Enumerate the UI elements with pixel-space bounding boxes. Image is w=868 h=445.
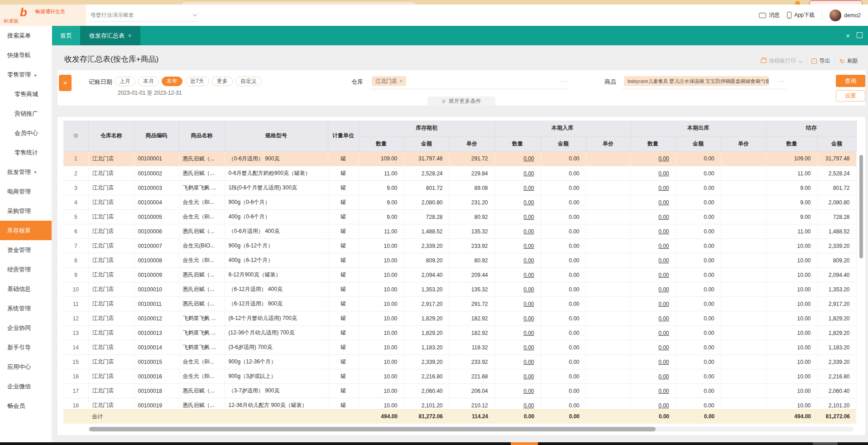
warehouse-input[interactable]: 江北门店× ··· [370, 74, 568, 89]
sidebar-item[interactable]: 采购管理 [0, 201, 52, 221]
sidebar-item[interactable]: 快捷导航 [0, 45, 52, 65]
table-row[interactable]: 14江北门店00100014飞鹤星飞帆 ...(3-6岁适用) 700克罐10.… [63, 340, 856, 355]
date-pill[interactable]: 本年 [162, 77, 182, 86]
cell-in-qty[interactable]: 0.00 [494, 181, 541, 195]
sidebar-item[interactable]: 营销推广 [0, 104, 52, 123]
sidebar-item[interactable]: 畅会员 [0, 396, 52, 416]
cell-out-qty[interactable]: 0.00 [630, 166, 676, 181]
sidebar-item[interactable]: 零售商城 [0, 84, 52, 104]
cell-in-qty[interactable]: 0.00 [494, 195, 541, 210]
table-row[interactable]: 13江北门店00100013飞鹤星飞帆 ...(12-36个月幼儿适用) 700… [63, 326, 856, 340]
sidebar-item[interactable]: 系统管理 [0, 299, 52, 318]
table-row[interactable]: 18江北门店00100019惠氏启赋（...12-36月幼儿配方 900克（罐装… [63, 398, 856, 409]
cell-out-qty[interactable]: 0.00 [630, 181, 676, 195]
cell-in-qty[interactable]: 0.00 [494, 297, 541, 311]
cell-in-qty[interactable]: 0.00 [494, 210, 541, 224]
date-pill[interactable]: 更多 [212, 77, 233, 86]
cell-in-qty[interactable]: 0.00 [494, 253, 541, 268]
sidebar-item[interactable]: 搜索菜单 [0, 26, 52, 45]
print-by-template-button[interactable]: 按模板打印 [761, 57, 802, 65]
table-row[interactable]: 9江北门店00100009惠氏启赋（...6-12月900克（罐装）罐10.00… [63, 268, 856, 282]
cell-out-qty[interactable]: 0.00 [630, 384, 676, 398]
fullscreen-icon[interactable] [857, 32, 863, 38]
vertical-scrollbar-thumb[interactable] [859, 155, 863, 258]
cell-in-qty[interactable]: 0.00 [494, 369, 541, 384]
table-row[interactable]: 11江北门店00100011惠氏启赋（...（6-12月适用） 900克罐10.… [63, 297, 856, 311]
cell-out-qty[interactable]: 0.00 [630, 311, 676, 326]
product-tag[interactable]: babycare儿童餐具 婴儿注水保温碗 宝宝防摔碗吸盘碗辅食碗勺套装 雀湖绿 … [624, 76, 769, 86]
table-row[interactable]: 3江北门店00100003飞鹤星飞帆 ...1段(0-6个月婴儿适用) 300克… [63, 181, 856, 195]
cell-in-qty[interactable]: 0.00 [494, 384, 541, 398]
cell-out-qty[interactable]: 0.00 [630, 369, 676, 384]
app-download-button[interactable]: App下载 [787, 11, 815, 19]
cell-in-qty[interactable]: 0.00 [494, 152, 541, 166]
refresh-button[interactable]: ↻ 刷新 [839, 57, 858, 65]
tab-home[interactable]: 首页 [52, 26, 80, 45]
more-options-icon[interactable]: ··· [560, 77, 567, 84]
sidebar-item[interactable]: 库存核算 [0, 221, 52, 240]
table-row[interactable]: 6江北门店00100006惠氏启赋（...（0-6月适用） 400克罐11.00… [63, 224, 856, 239]
horizontal-scrollbar-thumb[interactable] [89, 427, 656, 431]
cell-out-qty[interactable]: 0.00 [630, 340, 676, 355]
cell-in-qty[interactable]: 0.00 [494, 239, 541, 253]
date-pill[interactable]: 本月 [138, 77, 159, 86]
date-pill[interactable]: 上月 [115, 77, 135, 86]
sidebar-item[interactable]: 新手引导 [0, 338, 52, 357]
sidebar-item[interactable]: 批发管理▼ [0, 162, 52, 182]
sidebar-item[interactable]: 电商管理 [0, 182, 52, 201]
cell-in-qty[interactable]: 0.00 [494, 282, 541, 297]
table-row[interactable]: 16江北门店00100016合生元（BI...900g（3岁或以上）罐10.00… [63, 369, 856, 384]
cell-in-qty[interactable]: 0.00 [494, 340, 541, 355]
cell-out-qty[interactable]: 0.00 [630, 210, 676, 224]
close-page-icon[interactable]: × [846, 26, 850, 45]
sidebar-item[interactable]: 企业微信 [0, 377, 52, 396]
expand-more-filters[interactable]: 展开更多条件 [427, 97, 495, 106]
cell-in-qty[interactable]: 0.00 [494, 224, 541, 239]
cell-out-qty[interactable]: 0.00 [630, 326, 676, 340]
cell-out-qty[interactable]: 0.00 [630, 253, 676, 268]
product-input[interactable]: babycare儿童餐具 婴儿注水保温碗 宝宝防摔碗吸盘碗辅食碗勺套装 雀湖绿 … [622, 74, 786, 89]
cell-out-qty[interactable]: 0.00 [630, 224, 676, 239]
export-button[interactable]: ↑ 导出 [811, 57, 830, 65]
sidebar-item[interactable]: 经营管理 [0, 260, 52, 279]
sidebar-item[interactable]: 零售管理▲ [0, 65, 52, 84]
more-options-icon[interactable]: ··· [778, 77, 785, 84]
table-row[interactable]: 7江北门店00100007合生元(BIO...900g（6-12个月）罐10.0… [63, 239, 856, 253]
sidebar-item[interactable]: 基础信息 [0, 279, 52, 299]
table-row[interactable]: 17江北门店00100018惠氏启赋（...（3-7岁适用） 900克罐10.0… [63, 384, 856, 398]
table-row[interactable]: 4江北门店00100004合生元（BI...900g（0-6个月）罐9.002,… [63, 195, 856, 210]
cell-in-qty[interactable]: 0.00 [494, 166, 541, 181]
remove-tag-icon[interactable]: × [399, 78, 403, 84]
cell-out-qty[interactable]: 0.00 [630, 297, 676, 311]
table-row[interactable]: 8江北门店00100008合生元（BI...400g（6-12个月）罐10.00… [63, 253, 856, 268]
sidebar-item[interactable]: 会员中心 [0, 123, 52, 143]
cell-out-qty[interactable]: 0.00 [630, 355, 676, 369]
user-menu[interactable]: demo2 [830, 10, 861, 21]
cell-in-qty[interactable]: 0.00 [494, 326, 541, 340]
table-row[interactable]: 1江北门店00100001惠氏启赋（...（0-6月适用） 900克罐109.0… [63, 152, 856, 166]
settings-button[interactable]: 设置 [836, 90, 865, 102]
table-row[interactable]: 15江北门店00100015合生元（BI...900g（12-36个月）罐10.… [63, 355, 856, 369]
cell-in-qty[interactable]: 0.00 [494, 268, 541, 282]
cell-in-qty[interactable]: 0.00 [494, 311, 541, 326]
sidebar-item[interactable]: 零售统计 [0, 143, 52, 162]
table-row[interactable]: 12江北门店00100012飞鹤星飞帆 ...(6-12个月婴幼儿适用) 700… [63, 311, 856, 326]
date-pill[interactable]: 近7天 [185, 77, 209, 86]
warehouse-tag[interactable]: 江北门店× [372, 76, 406, 86]
sidebar-item[interactable]: 应用中心 [0, 357, 52, 377]
cell-out-qty[interactable]: 0.00 [630, 282, 676, 297]
cell-in-qty[interactable]: 0.00 [494, 398, 541, 409]
collapse-filters-button[interactable]: » [59, 75, 72, 91]
tab-close-icon[interactable]: × [128, 33, 131, 39]
cell-out-qty[interactable]: 0.00 [630, 239, 676, 253]
tab-current-report[interactable]: 收发存汇总表× [80, 26, 140, 45]
date-pill[interactable]: 自定义 [235, 77, 262, 86]
chevron-down-icon[interactable] [799, 59, 802, 63]
cell-in-qty[interactable]: 0.00 [494, 355, 541, 369]
cell-out-qty[interactable]: 0.00 [630, 398, 676, 409]
cell-out-qty[interactable]: 0.00 [630, 195, 676, 210]
messages-button[interactable]: 消息 [759, 11, 780, 19]
cell-out-qty[interactable]: 0.00 [630, 268, 676, 282]
table-row[interactable]: 2江北门店00100002惠氏启赋（...0-6月婴儿配方奶粉900克（罐装）罐… [63, 166, 856, 181]
table-row[interactable]: 10江北门店00100010惠氏启赋（...（6-12月适用） 400克罐10.… [63, 282, 856, 297]
